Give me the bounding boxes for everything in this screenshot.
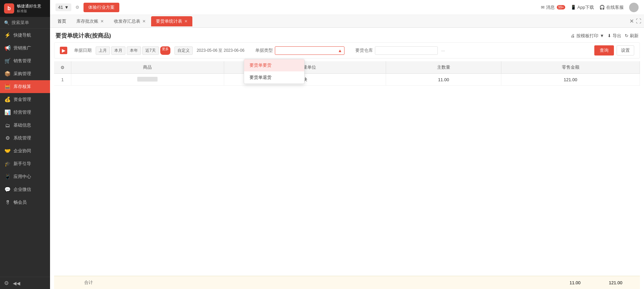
sidebar-nav: ⚡ 快捷导航 📢 营销推广 🛒 销售管理 📦 采购管理 🧮 库存核算 💰 资金管…	[0, 29, 50, 277]
sidebar-collapse-btn[interactable]: ◀◀	[13, 281, 20, 286]
sidebar-item-label: 快捷导航	[14, 32, 31, 38]
top-header: 41 ▼ ⚙ 体验行业方案 ✉ 消息 99+ 📱 App下载 🎧 在线客服	[50, 0, 644, 15]
warehouse-filter-section: 要货仓库 ···	[355, 46, 445, 55]
page-actions: 🖨 按模板打印 ▼ ⬇ 导出 ↻ 刷新	[571, 33, 639, 39]
row-quantity: 11.00	[386, 74, 501, 86]
set-btn[interactable]: 设置	[617, 45, 634, 55]
message-action[interactable]: ✉ 消息 99+	[541, 4, 565, 10]
sidebar-bottom: ⚙ ◀◀	[0, 277, 50, 289]
main-area: 41 ▼ ⚙ 体验行业方案 ✉ 消息 99+ 📱 App下载 🎧 在线客服 首页	[50, 0, 644, 289]
page-header: 要货单统计表(按商品) 🖨 按模板打印 ▼ ⬇ 导出 ↻ 刷新	[50, 28, 644, 42]
more-options-icon[interactable]: ···	[441, 48, 445, 53]
sidebar-item-finance[interactable]: 💰 资金管理	[0, 93, 50, 106]
sidebar-item-inventory[interactable]: 🧮 库存核算	[0, 80, 50, 93]
footer-label: 合计	[75, 280, 102, 286]
sidebar-item-label: 库存核算	[14, 84, 31, 90]
sidebar-item-member[interactable]: 🎖 畅会员	[0, 196, 50, 209]
row-amount: 121.00	[501, 74, 640, 86]
type-input-wrap: ▲	[275, 46, 344, 55]
sidebar-search-label: 搜索菜单	[11, 20, 29, 26]
receive-summary-label: 收发存汇总表	[114, 18, 140, 24]
last-7days-btn[interactable]: 近7天	[142, 46, 159, 55]
dropdown-item-req-order[interactable]: 要货单要货	[244, 59, 304, 71]
chevron-up-icon[interactable]: ▲	[338, 48, 342, 53]
operations-icon: 📊	[4, 109, 11, 115]
sidebar-item-operations[interactable]: 📊 经营管理	[0, 106, 50, 119]
enterprise-icon: 🤝	[4, 148, 11, 154]
app-download-action[interactable]: 📱 App下载	[571, 4, 594, 10]
more-badge: 更多	[160, 46, 170, 55]
store-selector[interactable]: 41 ▼	[55, 3, 71, 11]
tab-home[interactable]: 首页	[53, 16, 71, 26]
requisition-stat-close[interactable]: ✕	[184, 19, 188, 24]
type-filter-input[interactable]	[275, 47, 344, 54]
receive-summary-close[interactable]: ✕	[142, 19, 146, 24]
settings-icon[interactable]: ⚙	[61, 65, 65, 70]
table-footer: 合计 11.00 121.00	[54, 276, 640, 289]
query-btn[interactable]: 查询	[594, 45, 614, 55]
quick-nav-icon: ⚡	[4, 32, 11, 38]
req-order-label: 要货单要货	[249, 63, 271, 68]
service-action[interactable]: 🎧 在线客服	[599, 4, 624, 10]
custom-date-btn[interactable]: 自定义	[174, 46, 193, 55]
expand-btn[interactable]: ▶	[60, 47, 67, 54]
sidebar-item-sales[interactable]: 🛒 销售管理	[0, 54, 50, 67]
printer-icon: 🖨	[571, 33, 575, 38]
settings-bottom-icon[interactable]: ⚙	[4, 280, 9, 286]
sidebar-item-wechat[interactable]: 💬 企业微信	[0, 183, 50, 196]
sidebar-item-app-center[interactable]: 📱 应用中心	[0, 170, 50, 183]
sidebar-item-label: 采购管理	[14, 71, 31, 77]
refresh-btn[interactable]: ↻ 刷新	[625, 33, 639, 39]
batch-account-close[interactable]: ✕	[100, 19, 104, 24]
sidebar-item-purchase[interactable]: 📦 采购管理	[0, 67, 50, 80]
this-month-btn[interactable]: 本月	[111, 46, 125, 55]
sidebar-item-system[interactable]: ⚙ 系统管理	[0, 132, 50, 144]
industry-btn[interactable]: 体验行业方案	[84, 3, 119, 12]
tab-batch-account[interactable]: 库存批次账 ✕	[72, 16, 109, 26]
sidebar-item-enterprise[interactable]: 🤝 企业协同	[0, 144, 50, 157]
wechat-icon: 💬	[4, 186, 11, 193]
tab-requisition-stat[interactable]: 要货单统计表 ✕	[151, 16, 192, 26]
tab-receive-summary[interactable]: 收发存汇总表 ✕	[109, 16, 150, 26]
table-wrap: ⚙ 商品 主计量单位 主数量 零售金额 1	[54, 61, 640, 276]
gear-icon[interactable]: ⚙	[75, 5, 79, 10]
warehouse-filter-input[interactable]	[375, 46, 438, 55]
col-settings[interactable]: ⚙	[54, 61, 71, 74]
row-num: 1	[54, 74, 71, 86]
sidebar-item-label: 应用中心	[14, 174, 31, 180]
member-icon: 🎖	[4, 200, 11, 205]
message-icon: ✉	[541, 5, 545, 10]
dropdown-item-req-return[interactable]: 要货单退货	[244, 71, 304, 84]
sidebar-item-label: 企业协同	[14, 148, 31, 154]
tab-bar: 首页 库存批次账 ✕ 收发存汇总表 ✕ 要货单统计表 ✕ ✕ ⛶	[50, 15, 644, 28]
this-year-btn[interactable]: 本年	[127, 46, 141, 55]
tab-close-all-icon[interactable]: ✕	[629, 18, 634, 24]
last-month-btn[interactable]: 上月	[96, 46, 110, 55]
row-product	[71, 74, 224, 86]
message-badge: 99+	[557, 5, 565, 9]
sidebar-item-label: 经营管理	[14, 109, 31, 115]
export-btn[interactable]: ⬇ 导出	[607, 33, 621, 39]
sidebar-item-basic-info[interactable]: 🗂 基础信息	[0, 119, 50, 132]
sidebar-search[interactable]: 🔍 搜索菜单	[0, 17, 50, 29]
col-amount: 零售金额	[501, 61, 640, 74]
logo-icon: b	[4, 3, 14, 14]
tab-maximize-icon[interactable]: ⛶	[636, 18, 641, 24]
print-btn[interactable]: 🖨 按模板打印 ▼	[571, 33, 604, 39]
sidebar-item-quick-nav[interactable]: ⚡ 快捷导航	[0, 29, 50, 42]
system-icon: ⚙	[4, 135, 11, 141]
purchase-icon: 📦	[4, 71, 11, 77]
service-label: 在线客服	[606, 4, 624, 10]
top-actions: ✉ 消息 99+ 📱 App下载 🎧 在线客服	[541, 3, 639, 12]
refresh-label: 刷新	[630, 33, 639, 39]
sidebar-item-marketing[interactable]: 📢 营销推广	[0, 42, 50, 54]
table-header-row: ⚙ 商品 主计量单位 主数量 零售金额	[54, 61, 640, 74]
sidebar-item-guide[interactable]: 🎓 新手引导	[0, 157, 50, 170]
avatar[interactable]	[629, 3, 639, 12]
logo: b 畅捷通好生意 标准版	[0, 0, 50, 17]
footer-quantity: 11.00	[555, 280, 595, 285]
logo-text: 畅捷通好生意 标准版	[17, 4, 41, 14]
sidebar-item-label: 畅会员	[14, 199, 27, 205]
req-return-label: 要货单退货	[249, 75, 271, 80]
requisition-stat-label: 要货单统计表	[156, 18, 182, 24]
